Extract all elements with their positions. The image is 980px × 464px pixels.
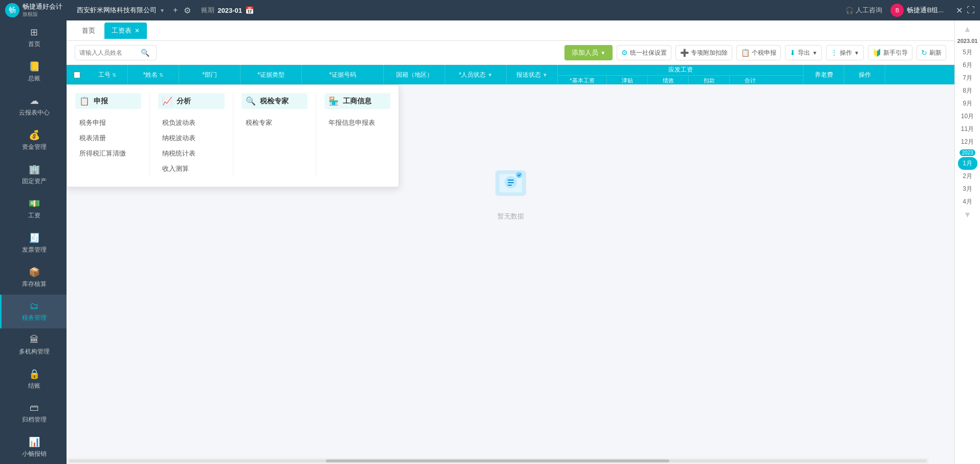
right-panel: ▲ 2023.01 5月 6月 7月 8月 9月 10月 11月 12月 202… — [954, 20, 980, 464]
rp-month-2[interactable]: 2月 — [958, 170, 977, 183]
th-allowance: 津贴 — [607, 76, 648, 85]
tab-close-button[interactable]: ✕ — [135, 27, 140, 34]
tax-decl-icon: 📋 — [741, 49, 750, 57]
company-selector[interactable]: 西安虾米网络科技有限公司 ▼ — [77, 6, 165, 15]
rp-month-12[interactable]: 12月 — [958, 136, 977, 148]
sidebar-item-inventory[interactable]: 📦 库存核算 — [0, 260, 67, 295]
rp-nav-up[interactable]: ▲ — [962, 23, 974, 36]
tab-salary-table[interactable]: 工资表 ✕ — [104, 23, 147, 39]
action-icon: ⋮ — [831, 49, 838, 57]
report-icon: 📊 — [29, 436, 40, 448]
rp-month-7[interactable]: 7月 — [958, 72, 977, 84]
search-wrap: 🔍 — [75, 45, 157, 60]
th-name[interactable]: *姓名 ⇅ — [128, 65, 179, 84]
rp-month-4[interactable]: 4月 — [958, 195, 977, 208]
th-report-status[interactable]: 报送状态 ▼ — [507, 65, 558, 84]
rp-month-3[interactable]: 3月 — [958, 183, 977, 195]
settings-button[interactable]: ⚙ — [184, 6, 191, 15]
refresh-icon: ↻ — [921, 49, 927, 57]
invoice-icon: 🧾 — [29, 232, 40, 244]
tax-dropdown-popup: 📋 申报 税务申报 税表清册 所得税汇算清缴 📈 分析 税负波动表 纳税波动表 … — [67, 84, 399, 187]
sidebar-item-label: 库存核算 — [22, 280, 47, 289]
rp-month-5[interactable]: 5月 — [958, 46, 977, 59]
sort-icon: ⇅ — [112, 72, 116, 78]
svg-rect-4 — [508, 182, 514, 183]
dp-item-tax-stats[interactable]: 纳税统计表 — [158, 146, 224, 161]
sidebar-item-report[interactable]: 📊 小畅报销 — [0, 430, 67, 464]
add-person-button[interactable]: 添加人员 ▼ — [564, 45, 613, 60]
dp-section-header-expert: 🔍 税检专家 — [242, 93, 308, 109]
sidebar-item-home[interactable]: ⊞ 首页 — [0, 20, 67, 55]
tax-declaration-button[interactable]: 📋 个税申报 — [736, 45, 781, 60]
rp-month-1[interactable]: 1月 — [958, 157, 977, 170]
assets-icon: 🏢 — [29, 164, 40, 175]
service-button[interactable]: 🎧 人工咨询 — [845, 6, 882, 15]
rp-month-9[interactable]: 9月 — [958, 97, 977, 110]
th-performance: 绩效 — [648, 76, 689, 85]
dp-item-tax-expert[interactable]: 税检专家 — [242, 115, 308, 130]
dp-item-tax-fluctuation[interactable]: 税负波动表 — [158, 115, 224, 130]
salary-icon: 💵 — [29, 198, 40, 209]
dp-item-income-estimate[interactable]: 收入测算 — [158, 161, 224, 176]
rp-nav-down[interactable]: ▼ — [962, 208, 974, 222]
refresh-button[interactable]: ↻ 刷新 — [917, 45, 946, 60]
window-controls: ✕ ⛶ — [956, 6, 975, 15]
sidebar-item-cloud[interactable]: ☁ 云报表中心 — [0, 89, 67, 123]
period-area: 账期 2023-01 📅 — [201, 6, 254, 15]
dp-item-annual-report[interactable]: 年报信息申报表 — [324, 115, 390, 130]
th-deduction: 扣款 — [689, 76, 730, 85]
tab-home[interactable]: 首页 — [75, 23, 102, 39]
sidebar-item-archive[interactable]: 🗃 归档管理 — [0, 396, 67, 430]
sidebar-item-ledger[interactable]: 📒 总账 — [0, 55, 67, 89]
sidebar-item-fund[interactable]: 💰 资金管理 — [0, 123, 67, 158]
dp-item-tax-declaration[interactable]: 税务申报 — [75, 115, 141, 130]
sidebar-item-assets[interactable]: 🏢 固定资产 — [0, 158, 67, 192]
top-bar: 畅 畅捷通好会计 旗舰版 西安虾米网络科技有限公司 ▼ + ⚙ 账期 2023-… — [0, 0, 980, 20]
th-id[interactable]: 工号 ⇅ — [87, 65, 128, 84]
rp-month-6[interactable]: 6月 — [958, 59, 977, 72]
th-pension: 养老费 — [803, 65, 844, 84]
sidebar-item-multi[interactable]: 🏛 多机构管理 — [0, 328, 67, 362]
th-operation: 操作 — [844, 65, 885, 84]
expand-icon[interactable]: ⛶ — [967, 6, 975, 15]
sidebar-item-label: 资金管理 — [22, 143, 47, 151]
sidebar-item-salary[interactable]: 💵 工资 — [0, 192, 67, 226]
top-right: 🎧 人工咨询 B 畅捷通B组... ✕ ⛶ — [845, 4, 975, 17]
sidebar-item-label: 总账 — [28, 74, 40, 83]
analysis-icon: 📈 — [162, 96, 172, 106]
calendar-icon[interactable]: 📅 — [245, 6, 254, 14]
cloud-icon: ☁ — [30, 95, 39, 106]
sidebar-item-tax[interactable]: 🗂 税务管理 — [0, 295, 67, 328]
action-button[interactable]: ⋮ 操作 ▼ — [826, 45, 864, 60]
empty-text: 暂无数据 — [497, 212, 524, 221]
rp-month-10[interactable]: 10月 — [958, 110, 977, 123]
rp-month-8[interactable]: 8月 — [958, 84, 977, 97]
add-company-button[interactable]: + — [173, 6, 178, 15]
sidebar-item-close[interactable]: 🔒 结账 — [0, 362, 67, 396]
dp-item-tax-table[interactable]: 税表清册 — [75, 130, 141, 146]
export-button[interactable]: ⬇ 导出 ▼ — [785, 45, 822, 60]
filter-status-icon: ▼ — [487, 72, 492, 78]
close-icon[interactable]: ✕ — [956, 6, 963, 15]
search-input[interactable] — [79, 49, 141, 56]
th-status[interactable]: *人员状态 ▼ — [445, 65, 507, 84]
user-info[interactable]: B 畅捷通B组... — [890, 4, 944, 17]
new-guide-button[interactable]: 🔰 新手引导 — [868, 45, 912, 60]
search-icon[interactable]: 🔍 — [141, 49, 149, 57]
sidebar-item-label: 结账 — [28, 382, 40, 390]
rp-month-11[interactable]: 11月 — [958, 123, 977, 136]
horizontal-scrollbar[interactable] — [67, 458, 929, 464]
dp-item-income-tax[interactable]: 所得税汇算清缴 — [75, 146, 141, 161]
select-all-checkbox[interactable] — [67, 72, 87, 78]
ledger-icon: 📒 — [29, 61, 40, 72]
close-period-icon: 🔒 — [29, 368, 40, 380]
checkbox-input[interactable] — [74, 72, 80, 78]
special-deduction-button[interactable]: ➕ 专项附加扣除 — [676, 45, 732, 60]
dp-item-tax-payment-fluctuation[interactable]: 纳税波动表 — [158, 130, 224, 146]
biz-icon: 🏪 — [329, 96, 339, 106]
social-security-button[interactable]: ⚙ 统一社保设置 — [617, 45, 671, 60]
sidebar-item-label: 发票管理 — [22, 246, 47, 254]
sidebar-item-invoice[interactable]: 🧾 发票管理 — [0, 226, 67, 260]
guide-toolbar-icon: 🔰 — [873, 49, 881, 57]
dp-section-header-declaration: 📋 申报 — [75, 93, 141, 109]
